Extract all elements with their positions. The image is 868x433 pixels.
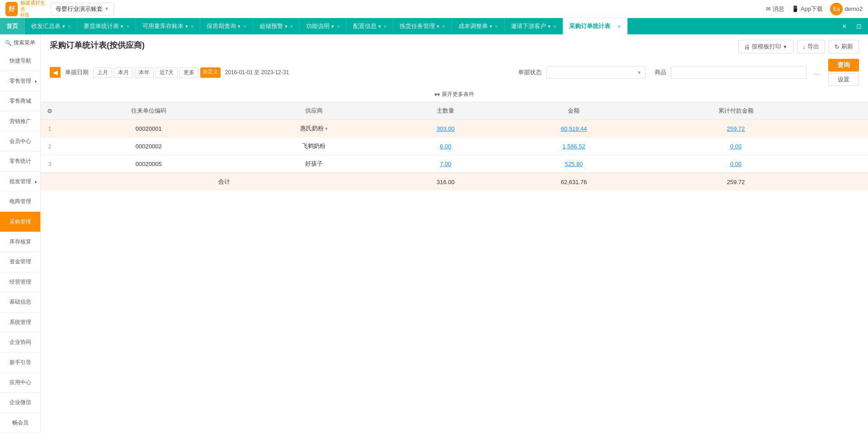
tab-arrow: ▾ <box>490 24 492 29</box>
cell-paid[interactable]: 0.00 <box>646 138 826 155</box>
close-icon[interactable]: × <box>337 24 340 29</box>
table-container: ⚙ 往来单位编码 供应商 主数量 金额 累计付款金额 1 00020001 惠氏… <box>41 102 868 433</box>
close-icon[interactable]: × <box>68 24 71 29</box>
goods-more-icon[interactable]: … <box>813 68 820 76</box>
query-btn[interactable]: 查询 <box>828 59 859 71</box>
refresh-btn[interactable]: ↻ 刷新 <box>829 40 859 53</box>
footer-label: 合计 <box>59 173 389 190</box>
sidebar-item-finance[interactable]: 资金管理 <box>0 252 40 272</box>
nav-maximize-btn[interactable]: ⊡ <box>854 21 864 32</box>
sidebar-item-retail[interactable]: 零售管理 <box>0 71 40 91</box>
close-icon[interactable]: × <box>290 24 293 29</box>
close-icon[interactable]: × <box>243 24 246 29</box>
page-title: 采购订单统计表(按供应商) <box>50 40 859 51</box>
tab-yaohuodantongjibiao[interactable]: 要货单统计表 ▾× <box>77 18 136 34</box>
sidebar-item-wholesale[interactable]: 批发管理 <box>0 172 40 192</box>
btn-this-month[interactable]: 本月 <box>114 67 133 78</box>
cell-qty[interactable]: 6.00 <box>389 138 502 155</box>
tab-baozhi[interactable]: 保质期查询 ▾× <box>200 18 253 34</box>
sidebar-item-weixin[interactable]: 企业微信 <box>0 393 40 413</box>
btn-more-dates[interactable]: 更多 <box>179 67 198 78</box>
tab-home[interactable]: 首页 <box>0 18 25 34</box>
cell-qty[interactable]: 303.00 <box>389 120 502 138</box>
footer-amount: 62,631.76 <box>502 173 646 190</box>
sidebar-item-membership[interactable]: 会员中心 <box>0 132 40 152</box>
export-btn[interactable]: ↓ 导出 <box>797 40 826 53</box>
close-icon[interactable]: × <box>191 24 193 29</box>
col-supplier: 供应商 <box>239 102 390 120</box>
btn-7days[interactable]: 近7天 <box>156 67 178 78</box>
filter-toggle-btn[interactable]: ◀ <box>50 67 61 78</box>
sidebar-item-retail-stats[interactable]: 零售统计 <box>0 152 40 171</box>
user-area[interactable]: Ea demo2 <box>830 3 863 15</box>
status-select[interactable]: ▼ <box>546 66 646 79</box>
sidebar-item-newguide[interactable]: 新手引导 <box>0 352 40 372</box>
tab-peihuorenwu[interactable]: 拣货任务管理 ▾× <box>393 18 452 34</box>
cell-qty[interactable]: 7.00 <box>389 155 502 173</box>
page-header: 采购订单统计表(按供应商) 🖨 按模板打印 ▼ ↓ 导出 ↻ 刷新 <box>41 34 868 102</box>
custom-date-badge[interactable]: 自定义 <box>200 67 221 78</box>
cell-paid[interactable]: 0.00 <box>646 155 826 173</box>
refresh-icon: ↻ <box>835 43 840 50</box>
sidebar-item-inventory[interactable]: 库存核算 <box>0 232 40 252</box>
footer-empty <box>41 173 59 190</box>
data-table: ⚙ 往来单位编码 供应商 主数量 金额 累计付款金额 1 00020001 惠氏… <box>41 102 868 190</box>
sidebar-item-enterprise[interactable]: 企业协同 <box>0 333 40 352</box>
sidebar-item-operations[interactable]: 经营管理 <box>0 272 40 292</box>
tab-gongneng[interactable]: 功能说明 ▾× <box>300 18 346 34</box>
tab-keyongliang[interactable]: 可用量库存账本 ▾× <box>136 18 200 34</box>
sidebar-item-system[interactable]: 系统管理 <box>0 313 40 333</box>
col-settings[interactable]: ⚙ <box>41 102 59 120</box>
close-icon[interactable]: × <box>126 24 129 29</box>
cell-amount[interactable]: 1,586.52 <box>502 138 646 155</box>
workspace-selector[interactable]: 母婴行业演示账套 ▼ <box>51 3 114 15</box>
goods-input[interactable] <box>671 66 807 79</box>
nav-close-btn[interactable]: ✕ <box>839 21 850 32</box>
tab-yaoqing[interactable]: 邀请下游客户 ▾× <box>505 18 563 34</box>
cell-supplier: 惠氏奶粉 ▾ <box>239 120 390 138</box>
btn-this-year[interactable]: 本年 <box>135 67 154 78</box>
sidebar-item-vip[interactable]: 畅会员 <box>0 413 40 433</box>
tab-chengben[interactable]: 成本调整单 ▾× <box>452 18 505 34</box>
print-btn[interactable]: 🖨 按模板打印 ▼ <box>738 40 793 53</box>
app-download-btn[interactable]: 📱 App下载 <box>792 5 823 13</box>
close-icon[interactable]: × <box>384 24 387 29</box>
sidebar-item-basic[interactable]: 基础信息 <box>0 292 40 312</box>
expand-conditions-btn[interactable]: ▾▾ 展开更多条件 <box>50 88 859 102</box>
footer-paid: 259.72 <box>646 173 826 190</box>
sidebar-item-quicknav[interactable]: 快捷导航 <box>0 51 40 71</box>
sidebar-search[interactable]: 🔍 搜索菜单 <box>0 34 40 51</box>
tab-chaochuyujing[interactable]: 超储预警 ▾× <box>253 18 300 34</box>
header-actions: 🖨 按模板打印 ▼ ↓ 导出 ↻ 刷新 <box>738 40 859 53</box>
close-icon[interactable]: × <box>442 24 445 29</box>
tab-peizhi[interactable]: 配置信息 ▾× <box>347 18 393 34</box>
row-num: 3 <box>41 155 59 173</box>
tab-caigou[interactable]: 采购订单统计表 ▾× <box>563 18 627 34</box>
sidebar-item-ecommerce[interactable]: 电商管理 <box>0 192 40 212</box>
sidebar-item-retail-shop[interactable]: 零售商城 <box>0 91 40 111</box>
cell-amount[interactable]: 60,519.44 <box>502 120 646 138</box>
tab-arrow: ▾ <box>121 24 123 29</box>
settings-btn[interactable]: 设置 <box>828 73 859 86</box>
date-label: 单据日期 <box>65 68 89 76</box>
status-dropdown-icon: ▼ <box>637 70 642 75</box>
close-icon[interactable]: × <box>618 24 620 29</box>
sidebar-item-marketing[interactable]: 营销推广 <box>0 111 40 131</box>
table-footer-row: 合计 316.00 62,631.76 259.72 <box>41 173 868 190</box>
settings-col-icon: ⚙ <box>47 108 52 114</box>
close-icon[interactable]: × <box>495 24 498 29</box>
cell-paid[interactable]: 259.72 <box>646 120 826 138</box>
btn-last-month[interactable]: 上月 <box>93 67 112 78</box>
row-num: 1 <box>41 120 59 138</box>
tab-arrow: ▾ <box>548 24 551 29</box>
tab-shoufahuizonge[interactable]: 收发汇总表 ▾× <box>25 18 77 34</box>
sidebar-item-appcenter[interactable]: 应用中心 <box>0 373 40 393</box>
close-icon[interactable]: × <box>553 24 556 29</box>
main-layout: 🔍 搜索菜单 快捷导航 零售管理 零售商城 营销推广 会员中心 零售统计 批发管… <box>0 34 868 433</box>
cell-amount[interactable]: 525.80 <box>502 155 646 173</box>
sidebar-item-purchase[interactable]: 采购管理 <box>0 212 40 232</box>
tab-arrow: ▾ <box>185 24 188 29</box>
top-bar: 好 畅捷通好生意 标版 母婴行业演示账套 ▼ ✉ 消息 📱 App下载 Ea d… <box>0 0 868 18</box>
message-btn[interactable]: ✉ 消息 <box>766 5 784 13</box>
filter-row-1: ◀ 单据日期 上月 本月 本年 近7天 更多 自定义 2016-01-01 至 … <box>50 55 859 88</box>
